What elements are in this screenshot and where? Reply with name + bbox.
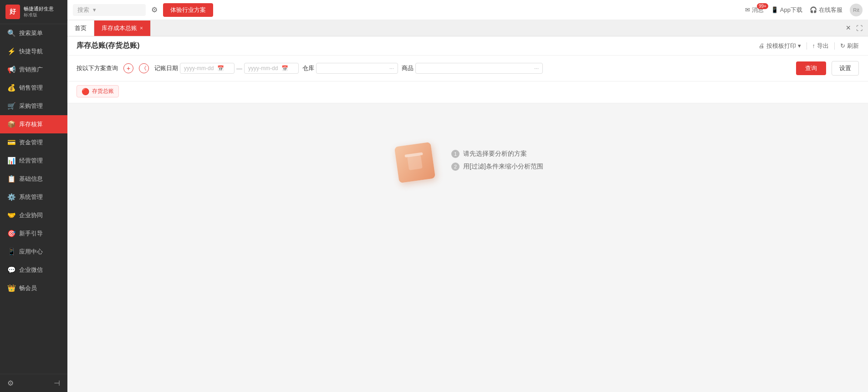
filter-subrow: 🔴 存货总账: [67, 81, 868, 103]
money-icon: 💰: [7, 84, 15, 92]
online-label: 在线客服: [819, 6, 842, 14]
clipboard-icon: 📋: [7, 175, 15, 183]
filter-add-button[interactable]: +: [123, 63, 133, 73]
settings-button[interactable]: 设置: [832, 61, 859, 76]
filter-group: 记账日期 yyyy-mm-dd 📅 — yyyy-mm-dd 📅 仓库: [154, 63, 791, 74]
chat-icon: 💬: [7, 266, 15, 274]
export-btn[interactable]: ↑ 导出: [812, 42, 829, 50]
app-label: App下载: [780, 6, 802, 14]
filter-bar: 按以下方案查询 + 《 记账日期 yyyy-mm-dd 📅 — yyyy-mm-…: [67, 56, 868, 81]
tab-inventory-cost[interactable]: 库存成本总账 ×: [94, 20, 151, 36]
target-icon: 🎯: [7, 229, 15, 238]
sidebar-item-apps[interactable]: 📱 应用中心: [0, 243, 67, 261]
export-label: 导出: [817, 42, 829, 50]
print-dropdown-icon: ▾: [798, 42, 801, 49]
megaphone-icon: 📢: [7, 66, 15, 74]
product-label: 商品: [402, 64, 414, 72]
empty-content: 1 请先选择要分析的方案 2 用[过滤]条件来缩小分析范围: [392, 140, 543, 185]
tab-inventory-cost-label: 库存成本总账: [102, 24, 137, 32]
query-button[interactable]: 查询: [796, 61, 826, 75]
product-filter-field: 商品 ···: [402, 63, 543, 74]
industry-btn[interactable]: 体验行业方案: [163, 3, 213, 17]
panel-close-button[interactable]: ×: [844, 23, 853, 33]
sidebar-item-corp[interactable]: 🤝 企业协同: [0, 206, 67, 224]
logo-badge: 标准版: [24, 12, 54, 18]
msg-icon: ✉: [745, 6, 750, 13]
sidebar-footer: ⚙ ⊣: [0, 374, 67, 392]
phone-icon: 📱: [771, 6, 778, 13]
sidebar-item-label: 资金管理: [19, 138, 43, 147]
user-avatar[interactable]: Rit: [850, 4, 863, 16]
sidebar-item-label: 库存核算: [19, 120, 43, 128]
scheme-tag[interactable]: 🔴 存货总账: [77, 85, 119, 97]
empty-illustration: [392, 140, 438, 185]
sidebar-item-quicknav[interactable]: ⚡ 快捷导航: [0, 42, 67, 61]
topbar-gear-icon[interactable]: ⚙: [151, 5, 158, 14]
refresh-btn[interactable]: ↻ 刷新: [840, 42, 859, 50]
sidebar-item-inventory[interactable]: 📦 库存核算: [0, 115, 67, 133]
warehouse-input[interactable]: ···: [316, 63, 398, 74]
date-start-input[interactable]: yyyy-mm-dd 📅: [180, 63, 235, 74]
date-end-placeholder: yyyy-mm-dd: [248, 65, 278, 71]
tab-home-label: 首页: [75, 24, 87, 32]
date-separator: —: [236, 65, 242, 72]
logo-icon: 好: [5, 5, 20, 19]
print-btn[interactable]: 🖨 按模板打印 ▾: [759, 42, 801, 50]
export-icon: ↑: [812, 42, 816, 49]
msg-btn[interactable]: ✉ 消息 99+: [745, 6, 764, 14]
sidebar-item-member[interactable]: 👑 畅会员: [0, 279, 67, 297]
sidebar-item-purchase[interactable]: 🛒 采购管理: [0, 97, 67, 115]
sidebar-item-wechat[interactable]: 💬 企业微信: [0, 261, 67, 279]
product-input[interactable]: ···: [415, 63, 543, 74]
tab-close-icon[interactable]: ×: [140, 25, 143, 31]
refresh-icon: ↻: [840, 42, 845, 49]
chart-icon: 📊: [7, 157, 15, 165]
page-header: 库存总账(存货总账) 🖨 按模板打印 ▾ ↑ 导出 ↻ 刷新: [67, 36, 868, 56]
date-start-placeholder: yyyy-mm-dd: [184, 65, 214, 71]
sidebar-item-label: 系统管理: [19, 193, 43, 201]
cart-icon: 🛒: [7, 102, 15, 110]
scheme-label: 存货总账: [92, 87, 114, 95]
sidebar-logo: 好 畅捷通好生意 标准版: [0, 0, 67, 24]
sidebar-item-label: 畅会员: [19, 284, 37, 292]
refresh-label: 刷新: [847, 42, 859, 50]
page-title: 库存总账(存货总账): [77, 41, 140, 51]
mobile-icon: 📱: [7, 248, 15, 256]
settings-footer-icon[interactable]: ⚙: [7, 379, 14, 387]
divider-2: [834, 42, 835, 50]
online-service-btn[interactable]: 🎧 在线客服: [810, 6, 842, 14]
sidebar-item-guide[interactable]: 🎯 新手引导: [0, 224, 67, 243]
empty-tips: 1 请先选择要分析的方案 2 用[过滤]条件来缩小分析范围: [451, 150, 543, 175]
date-label: 记账日期: [154, 64, 178, 72]
search-dropdown-icon: ▾: [93, 6, 96, 13]
avatar-text: Rit: [853, 7, 859, 13]
date-end-input[interactable]: yyyy-mm-dd 📅: [244, 63, 299, 74]
tip-text-2: 用[过滤]条件来缩小分析范围: [463, 163, 543, 171]
content-area: 库存总账(存货总账) 🖨 按模板打印 ▾ ↑ 导出 ↻ 刷新: [67, 36, 868, 392]
sidebar-item-label: 应用中心: [19, 248, 43, 256]
panel-expand-button[interactable]: ⛶: [854, 25, 864, 32]
sidebar-item-label: 搜索菜单: [19, 29, 43, 37]
sidebar-item-basic[interactable]: 📋 基础信息: [0, 170, 67, 188]
sidebar-item-system[interactable]: ⚙️ 系统管理: [0, 188, 67, 206]
tip-item-1: 1 请先选择要分析的方案: [451, 150, 543, 158]
collapse-sidebar-icon[interactable]: ⊣: [54, 379, 60, 387]
box-icon: 📦: [7, 120, 15, 128]
sidebar-item-sales[interactable]: 💰 销售管理: [0, 79, 67, 97]
logo-text-block: 畅捷通好生意 标准版: [24, 5, 54, 18]
sidebar-item-label: 企业微信: [19, 266, 43, 274]
topbar-search[interactable]: 搜索 ▾: [73, 4, 146, 16]
sidebar-item-search[interactable]: 🔍 搜索菜单: [0, 24, 67, 42]
sidebar-item-operation[interactable]: 📊 经营管理: [0, 152, 67, 170]
scheme-icon: 🔴: [82, 88, 89, 95]
tabbar: 首页 库存成本总账 × × ⛶: [67, 20, 868, 36]
tab-home[interactable]: 首页: [67, 20, 94, 36]
lightning-icon: ⚡: [7, 47, 15, 56]
crown-icon: 👑: [7, 284, 15, 292]
sidebar-item-finance[interactable]: 💳 资金管理: [0, 133, 67, 152]
filter-collapse-button[interactable]: 《: [139, 63, 149, 73]
main-area: 搜索 ▾ ⚙ 体验行业方案 ✉ 消息 99+ 📱 App下载 🎧 在线客服 Ri…: [67, 0, 868, 392]
sidebar-item-marketing[interactable]: 📢 营销推广: [0, 61, 67, 79]
app-download-btn[interactable]: 📱 App下载: [771, 6, 802, 14]
sidebar-item-label: 新手引导: [19, 229, 43, 238]
